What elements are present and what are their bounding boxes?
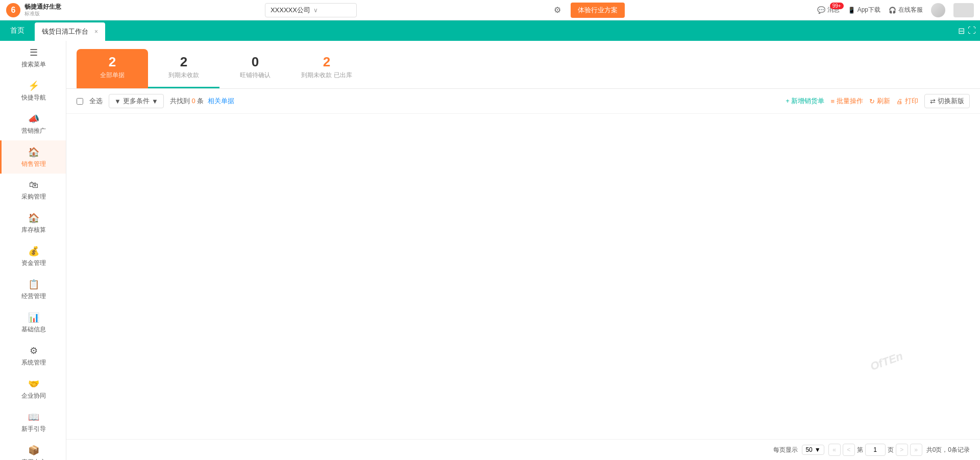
operation-icon: 📋 <box>28 279 39 290</box>
related-link[interactable]: 相关单据 <box>208 97 234 105</box>
home-tab-label: 首页 <box>10 26 24 35</box>
page-total: 共0页，0条记录 <box>926 446 970 454</box>
refresh-label: 刷新 <box>877 96 890 106</box>
sidebar-marketing-label: 营销推广 <box>21 127 46 135</box>
sidebar-inventory-label: 库存核算 <box>21 226 46 234</box>
stat-label-overdue: 到期未收款 <box>158 71 209 80</box>
tab-bar: 首页 钱货日清工作台 × ⊟ ⛶ <box>0 20 980 41</box>
select-all-label: 全选 <box>89 96 103 106</box>
logo-icon: 6 <box>6 3 20 17</box>
sidebar-search-menu-label: 搜索菜单 <box>21 60 46 69</box>
sidebar-operation-label: 经营管理 <box>21 292 46 301</box>
sidebar-basic-info-label: 基础信息 <box>21 325 46 334</box>
sidebar-cooperation-label: 企业协同 <box>21 392 46 400</box>
message-button[interactable]: 💬 99+ 消息 <box>817 6 840 14</box>
toolbar: 全选 ▼ 更多条件 ▼ 共找到 0 条 相关单据 + 新增销货单 <box>66 89 980 114</box>
found-count: 0 <box>191 97 195 105</box>
found-prefix: 共找到 <box>170 97 190 105</box>
stat-number-pending: 0 <box>230 54 281 70</box>
stat-card-pending[interactable]: 0 旺铺待确认 <box>219 49 291 88</box>
sidebar-guide-label: 新手引导 <box>21 425 46 433</box>
filter-button[interactable]: ▼ 更多条件 ▼ <box>109 94 164 108</box>
logo-main: 畅捷通好生意 <box>24 3 61 10</box>
print-button[interactable]: 🖨 打印 <box>896 96 918 106</box>
stat-card-shipped[interactable]: 2 到期未收款 已出库 <box>291 49 362 88</box>
sidebar-item-app-center[interactable]: 📦 应用中心 <box>0 439 66 460</box>
sidebar-item-sales[interactable]: 🏠 销售管理 <box>0 140 66 174</box>
app-download-button[interactable]: 📱 App下载 <box>848 6 880 14</box>
logo-sub: 标准版 <box>24 11 61 17</box>
sidebar-system-label: 系统管理 <box>21 358 46 367</box>
guide-icon: 📖 <box>28 411 39 423</box>
minimize-icon[interactable]: ⊟ <box>958 26 965 36</box>
search-menu-icon: ☰ <box>30 47 38 58</box>
page-size-value: 50 <box>805 446 812 453</box>
sidebar-finance-label: 资金管理 <box>21 259 46 268</box>
content-inner: 2 全部单据 2 到期未收款 0 旺铺待确认 2 到期未收款 已出库 <box>66 41 980 460</box>
message-icon: 💬 <box>817 6 825 14</box>
expand-icon[interactable]: ⛶ <box>968 26 976 35</box>
header-middle: ⚙ 体验行业方案 <box>549 2 625 18</box>
sidebar-item-marketing[interactable]: 📣 营销推广 <box>0 107 66 140</box>
app-download-label: App下载 <box>857 6 880 14</box>
stat-number-shipped: 2 <box>301 54 352 70</box>
chevron-down-icon: ∨ <box>313 7 318 14</box>
sidebar-item-finance[interactable]: 💰 资金管理 <box>0 239 66 273</box>
marketing-icon: 📣 <box>28 113 39 125</box>
online-service-label: 在线客服 <box>898 6 923 14</box>
sidebar-item-search-menu[interactable]: ☰ 搜索菜单 <box>0 41 66 74</box>
purchase-icon: 🛍 <box>29 180 38 190</box>
page-number-input[interactable] <box>865 444 886 456</box>
page-size-select[interactable]: 50 ▼ <box>802 445 824 455</box>
filter-label: 更多条件 <box>123 96 150 106</box>
tab-active[interactable]: 钱货日清工作台 × <box>35 22 105 41</box>
trial-button[interactable]: 体验行业方案 <box>571 3 625 18</box>
found-text: 共找到 0 条 相关单据 <box>170 96 234 106</box>
batch-button[interactable]: ≡ 批量操作 <box>830 96 863 106</box>
service-icon: 🎧 <box>889 7 896 14</box>
company-selector[interactable]: XXXXXX公司 ∨ <box>265 3 357 17</box>
stat-card-overdue[interactable]: 2 到期未收款 <box>148 49 219 88</box>
add-order-button[interactable]: + 新增销货单 <box>786 96 824 106</box>
batch-icon: ≡ <box>830 98 835 105</box>
prev-page-button[interactable]: < <box>843 444 855 456</box>
refresh-button[interactable]: ↻ 刷新 <box>869 96 890 106</box>
refresh-icon: ↻ <box>869 98 875 105</box>
top-header: 6 畅捷通好生意 标准版 XXXXXX公司 ∨ ⚙ 体验行业方案 💬 99+ 消… <box>0 0 980 20</box>
settings-button[interactable]: ⚙ <box>549 2 566 18</box>
sidebar-item-guide[interactable]: 📖 新手引导 <box>0 405 66 439</box>
page-unit: 页 <box>888 446 894 454</box>
online-service-button[interactable]: 🎧 在线客服 <box>889 6 923 14</box>
pagination-bar: 每页显示 50 ▼ « < 第 页 > » 共0页，0条记录 <box>66 439 980 460</box>
sales-icon: 🏠 <box>28 147 39 158</box>
tab-close-icon[interactable]: × <box>94 28 98 35</box>
sidebar-item-basic-info[interactable]: 📊 基础信息 <box>0 306 66 339</box>
gear-icon: ⚙ <box>554 5 561 15</box>
sidebar-item-inventory[interactable]: 🏠 库存核算 <box>0 206 66 239</box>
filter-chevron-icon: ▼ <box>152 98 158 105</box>
logo-text: 畅捷通好生意 标准版 <box>24 3 61 16</box>
page-size-chevron-icon: ▼ <box>815 446 821 453</box>
tab-home[interactable]: 首页 <box>0 20 35 41</box>
switch-version-button[interactable]: ⇄ 切换新版 <box>924 94 970 108</box>
sidebar-item-cooperation[interactable]: 🤝 企业协同 <box>0 372 66 405</box>
app-icon: 📱 <box>848 7 855 14</box>
avatar[interactable] <box>931 3 945 17</box>
stat-card-all[interactable]: 2 全部单据 <box>77 49 148 88</box>
sidebar-quick-nav-label: 快捷导航 <box>21 93 46 102</box>
header-right: 💬 99+ 消息 📱 App下载 🎧 在线客服 <box>817 3 974 17</box>
first-page-button[interactable]: « <box>828 444 841 456</box>
next-page-button[interactable]: > <box>896 444 908 456</box>
batch-label: 批量操作 <box>837 96 863 106</box>
sidebar-sales-label: 销售管理 <box>21 160 46 168</box>
sidebar-purchase-label: 采购管理 <box>21 192 46 201</box>
sidebar-item-operation[interactable]: 📋 经营管理 <box>0 273 66 306</box>
sidebar-item-quick-nav[interactable]: ⚡ 快捷导航 <box>0 74 66 107</box>
select-all-checkbox[interactable] <box>77 98 83 105</box>
stat-number-overdue: 2 <box>158 54 209 70</box>
active-tab-label: 钱货日清工作台 <box>42 27 88 36</box>
sidebar-item-system[interactable]: ⚙ 系统管理 <box>0 339 66 372</box>
last-page-button[interactable]: » <box>910 444 922 456</box>
stats-row: 2 全部单据 2 到期未收款 0 旺铺待确认 2 到期未收款 已出库 <box>66 41 980 89</box>
sidebar-item-purchase[interactable]: 🛍 采购管理 <box>0 174 66 206</box>
